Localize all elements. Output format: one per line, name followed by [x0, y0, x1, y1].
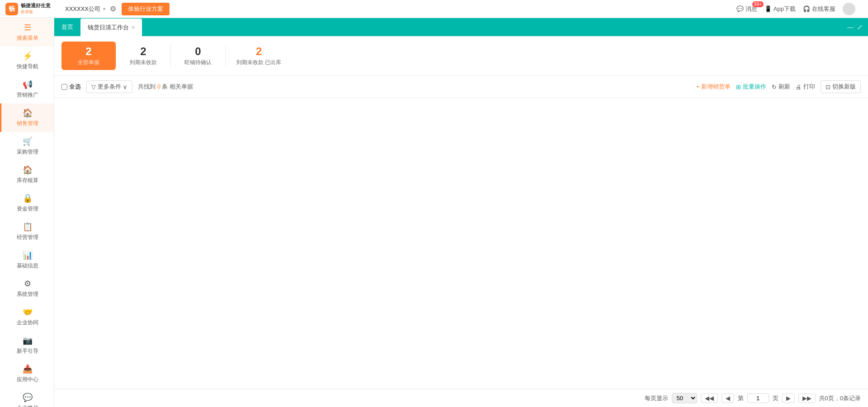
sidebar-label-sales: 销售管理: [17, 120, 38, 127]
batch-button[interactable]: ⊞ 批量操作: [736, 83, 766, 91]
system-icon: ⚙: [24, 279, 31, 289]
sidebar-label-system: 系统管理: [17, 290, 38, 298]
logo-main-text: 畅捷通好生意: [21, 3, 51, 9]
switch-version-button[interactable]: ⊡ 切换新版: [821, 80, 861, 93]
prev-page-button[interactable]: ◀: [722, 393, 734, 403]
stat-card-shipped[interactable]: 2 到期未收款 已出库: [226, 42, 292, 70]
select-all-checkbox[interactable]: 全选: [61, 83, 81, 91]
sidebar-item-quick-nav[interactable]: ⚡ 快捷导航: [0, 47, 54, 75]
message-badge: 99+: [752, 1, 764, 7]
refresh-button[interactable]: ↻ 刷新: [772, 83, 790, 91]
sidebar-label-inventory: 库存核算: [17, 177, 38, 184]
next-page-button[interactable]: ▶: [782, 393, 795, 403]
sidebar-item-marketing[interactable]: 📢 营销推广: [0, 75, 54, 103]
tab-expand-icon[interactable]: ⤢: [857, 23, 863, 31]
count-prefix: 共找到: [138, 83, 156, 90]
online-service-label: 在线客服: [812, 5, 835, 13]
headset-icon: 🎧: [803, 5, 810, 12]
print-label: 打印: [803, 83, 815, 91]
stat-card-all[interactable]: 2 全部单据: [61, 42, 116, 70]
stat-card-overdue[interactable]: 2 到期未收款: [116, 42, 170, 70]
beginner-icon: 📷: [23, 336, 33, 346]
online-service-button[interactable]: 🎧 在线客服: [803, 5, 835, 13]
filter-icon: ▽: [91, 84, 96, 90]
tab-active[interactable]: 钱货日清工作台 ×: [80, 19, 142, 37]
main-layout: ☰ 搜索菜单 ⚡ 快捷导航 📢 营销推广 🏠 销售管理 🛒 采购管理 🏠 库存核…: [0, 18, 868, 407]
sidebar-item-sales[interactable]: 🏠 销售管理: [0, 103, 54, 132]
user-avatar[interactable]: [843, 3, 855, 15]
filter-label: 更多条件: [98, 83, 121, 91]
app-center-icon: 📥: [23, 364, 33, 374]
toolbar: 全选 ▽ 更多条件 ∨ 共找到 0 条 相关单据 + 新增销货单 ⊞: [54, 76, 868, 98]
sidebar-item-finance[interactable]: 🔒 资金管理: [0, 189, 54, 217]
quick-nav-icon: ⚡: [23, 51, 33, 61]
sidebar-label-search: 搜索菜单: [17, 34, 38, 42]
sidebar-label-marketing: 营销推广: [17, 91, 38, 99]
toolbar-count: 共找到 0 条 相关单据: [138, 83, 193, 91]
inventory-icon: 🏠: [23, 165, 33, 175]
sidebar-item-system[interactable]: ⚙ 系统管理: [0, 274, 54, 303]
logo-area: 畅 畅捷通好生意 标准版: [5, 3, 60, 15]
message-button[interactable]: 💬 消息 99+: [736, 5, 757, 13]
switch-icon: ⊡: [826, 84, 830, 90]
tab-minimize-icon[interactable]: —: [847, 23, 854, 31]
filter-button[interactable]: ▽ 更多条件 ∨: [86, 80, 132, 93]
sidebar-item-beginner[interactable]: 📷 新手引导: [0, 331, 54, 360]
select-all-label: 全选: [69, 83, 81, 91]
count-value: 0: [157, 83, 160, 90]
company-selector[interactable]: XXXXXX公司 ▾: [65, 5, 105, 13]
operations-icon: 📋: [23, 222, 33, 232]
sidebar-label-purchase: 采购管理: [17, 148, 38, 156]
top-header: 畅 畅捷通好生意 标准版 XXXXXX公司 ▾ ⚙ 体验行业方案 💬 消息 99…: [0, 0, 868, 18]
table-area: [54, 98, 868, 389]
stat-num-shipped: 2: [256, 45, 262, 58]
sidebar-item-operations[interactable]: 📋 经营管理: [0, 217, 54, 246]
sidebar-item-inventory[interactable]: 🏠 库存核算: [0, 160, 54, 189]
tab-active-label: 钱货日清工作台: [88, 23, 129, 32]
stat-num-all: 2: [85, 45, 91, 58]
sidebar-label-operations: 经营管理: [17, 234, 38, 241]
sidebar-label-app-center: 应用中心: [17, 376, 38, 384]
logo-sub-text: 标准版: [21, 9, 51, 15]
first-page-button[interactable]: ◀◀: [701, 393, 718, 403]
sidebar-item-app-center[interactable]: 📥 应用中心: [0, 360, 54, 388]
enterprise-wechat-icon: 💬: [23, 393, 33, 402]
last-page-button[interactable]: ▶▶: [798, 393, 816, 403]
sidebar-item-enterprise[interactable]: 🤝 企业协同: [0, 303, 54, 331]
total-label: 共0页，0条记录: [819, 394, 861, 402]
stat-num-overdue: 2: [140, 45, 146, 58]
header-right: 💬 消息 99+ 📱 App下载 🎧 在线客服 ‎: [736, 3, 863, 15]
finance-icon: 🔒: [23, 193, 33, 203]
add-button[interactable]: + 新增销货单: [696, 83, 731, 91]
related-label: 相关单据: [170, 83, 193, 90]
print-icon: 🖨: [796, 84, 802, 90]
stat-card-pending[interactable]: 0 旺铺待确认: [171, 42, 225, 70]
page-size-label: 每页显示: [645, 394, 668, 402]
switch-label: 切换新版: [832, 83, 856, 91]
print-button[interactable]: 🖨 打印: [796, 83, 815, 91]
stat-num-pending: 0: [195, 45, 201, 58]
sidebar-item-enterprise-wechat[interactable]: 💬 企业微信: [0, 388, 54, 407]
trial-button[interactable]: 体验行业方案: [122, 3, 170, 15]
stat-label-pending: 旺铺待确认: [184, 59, 212, 66]
basic-info-icon: 📊: [23, 250, 33, 260]
tab-close-icon[interactable]: ×: [132, 24, 135, 31]
app-download-button[interactable]: 📱 App下载: [764, 5, 796, 13]
batch-label: 批量操作: [743, 83, 766, 91]
page-size-select[interactable]: 50 100 200: [672, 393, 697, 403]
page-input[interactable]: [747, 393, 769, 403]
pagination-bar: 每页显示 50 100 200 ◀◀ ◀ 第 页 ▶ ▶▶ 共0页，0条记录: [54, 389, 868, 407]
enterprise-icon: 🤝: [23, 307, 33, 317]
tab-home[interactable]: 首页: [54, 18, 80, 36]
main-content: 首页 钱货日清工作台 × — ⤢ 2 全部单据 2: [54, 18, 868, 407]
message-icon: 💬: [736, 5, 744, 12]
settings-icon[interactable]: ⚙: [110, 5, 116, 13]
sidebar-item-basic-info[interactable]: 📊 基础信息: [0, 246, 54, 274]
sidebar-item-purchase[interactable]: 🛒 采购管理: [0, 132, 54, 160]
phone-icon: 📱: [764, 5, 772, 12]
sidebar-label-finance: 资金管理: [17, 205, 38, 213]
filter-arrow: ∨: [123, 84, 127, 90]
tab-home-label: 首页: [61, 23, 73, 31]
sidebar-item-search[interactable]: ☰ 搜索菜单: [0, 18, 54, 47]
select-all-input[interactable]: [61, 84, 67, 90]
